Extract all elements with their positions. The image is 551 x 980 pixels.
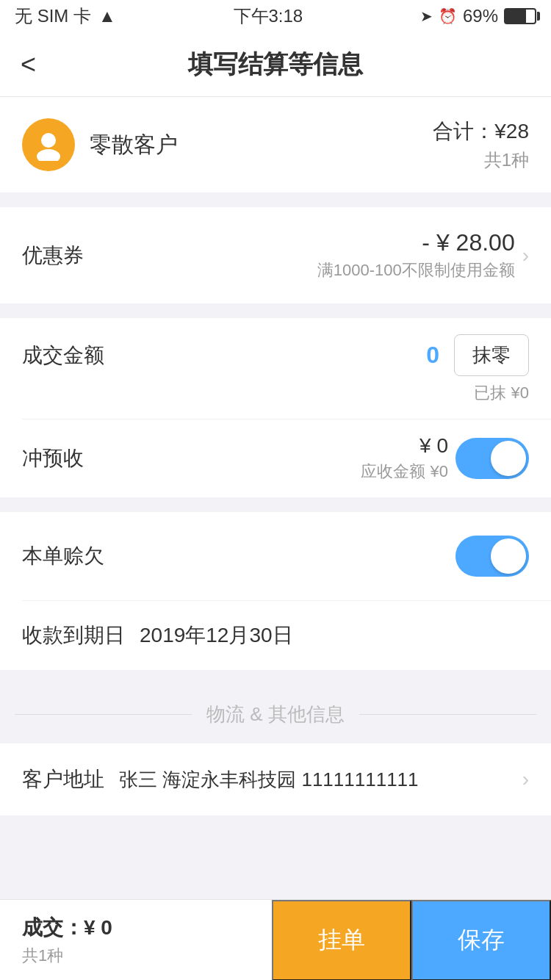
page-title: 填写结算等信息 (188, 48, 363, 82)
coupon-right: - ¥ 28.00 满1000-100不限制使用金额 › (317, 229, 529, 281)
customer-section: 零散客户 合计：¥28 共1种 (0, 97, 551, 192)
battery-icon (504, 8, 536, 24)
address-label: 客户地址 (22, 765, 104, 793)
customer-name: 零散客户 (90, 130, 178, 160)
precollect-row: 冲预收 ¥ 0 应收金额 ¥0 (0, 419, 551, 497)
customer-row: 零散客户 合计：¥28 共1种 (0, 97, 551, 192)
status-bar: 无 SIM 卡 ▲ 下午3:18 ➤ ⏰ 69% (0, 0, 551, 32)
bottom-transaction: 成交：¥ 0 (22, 914, 250, 942)
debt-label: 本单赊欠 (22, 542, 104, 570)
address-chevron-icon: › (522, 768, 529, 791)
logistics-line-left (15, 714, 192, 715)
address-row[interactable]: 客户地址 张三 海淀永丰科技园 11111111111 › (0, 743, 551, 815)
round-button[interactable]: 抹零 (454, 334, 529, 376)
already-rounded-text: 已抹 ¥0 (0, 382, 551, 419)
bottom-bar: 成交：¥ 0 共1种 挂单 保存 (0, 899, 551, 980)
wifi-icon: ▲ (98, 6, 116, 26)
battery-text: 69% (463, 6, 498, 26)
carrier-text: 无 SIM 卡 (15, 4, 91, 28)
precollect-right: ¥ 0 应收金额 ¥0 (361, 434, 529, 483)
bottom-count: 共1种 (22, 945, 250, 967)
customer-totals: 合计：¥28 共1种 (433, 118, 529, 172)
status-time: 下午3:18 (234, 4, 303, 28)
bottom-transaction-label: 成交： (22, 916, 84, 939)
transaction-section: 成交金额 0 抹零 已抹 ¥0 冲预收 ¥ 0 应收金额 ¥0 (0, 318, 551, 497)
coupon-section[interactable]: 优惠券 - ¥ 28.00 满1000-100不限制使用金额 › (0, 207, 551, 303)
coupon-info: - ¥ 28.00 满1000-100不限制使用金额 (317, 229, 515, 281)
debt-section: 本单赊欠 收款到期日 2019年12月30日 (0, 512, 551, 670)
pending-button[interactable]: 挂单 (272, 900, 411, 981)
address-value: 张三 海淀永丰科技园 11111111111 (119, 767, 508, 793)
svg-point-0 (41, 133, 56, 148)
save-button[interactable]: 保存 (411, 900, 551, 981)
chevron-right-icon: › (522, 244, 529, 267)
status-left: 无 SIM 卡 ▲ (15, 4, 116, 28)
debt-toggle[interactable] (455, 536, 529, 577)
coupon-row[interactable]: 优惠券 - ¥ 28.00 满1000-100不限制使用金额 › (0, 207, 551, 303)
total-amount: 合计：¥28 (433, 118, 529, 145)
total-count: 共1种 (433, 148, 529, 172)
coupon-amount: - ¥ 28.00 (317, 229, 515, 256)
status-right: ➤ ⏰ 69% (420, 6, 536, 26)
nav-bar: < 填写结算等信息 (0, 32, 551, 97)
debt-row: 本单赊欠 (0, 512, 551, 600)
due-date-value: 2019年12月30日 (140, 621, 293, 649)
precollect-label: 冲预收 (22, 444, 84, 472)
precollect-amount: ¥ 0 (361, 434, 448, 458)
coupon-label: 优惠券 (22, 242, 84, 270)
logistics-line-right (359, 714, 536, 715)
person-icon (32, 129, 65, 161)
transaction-value: 0 (426, 342, 439, 369)
transaction-right: 0 抹零 (426, 334, 529, 376)
logistics-divider: 物流 & 其他信息 (0, 685, 551, 743)
svg-point-1 (37, 149, 60, 161)
bottom-transaction-value: ¥ 0 (84, 916, 112, 939)
debt-toggle-knob (491, 538, 526, 574)
precollect-info: ¥ 0 应收金额 ¥0 (361, 434, 448, 483)
bottom-info: 成交：¥ 0 共1种 (0, 914, 272, 967)
toggle-knob (491, 441, 526, 476)
due-date-row: 收款到期日 2019年12月30日 (0, 601, 551, 670)
content: 零散客户 合计：¥28 共1种 优惠券 - ¥ 28.00 满1000-100不… (0, 97, 551, 918)
location-icon: ➤ (420, 7, 433, 25)
alarm-icon: ⏰ (439, 7, 457, 25)
precollect-sub: 应收金额 ¥0 (361, 461, 448, 483)
logistics-title: 物流 & 其他信息 (206, 702, 345, 727)
precollect-toggle[interactable] (455, 438, 529, 479)
customer-left: 零散客户 (22, 118, 178, 171)
coupon-desc: 满1000-100不限制使用金额 (317, 259, 515, 281)
transaction-label: 成交金额 (22, 342, 104, 370)
due-date-label: 收款到期日 (22, 621, 125, 649)
avatar (22, 118, 75, 171)
back-button[interactable]: < (21, 49, 36, 80)
transaction-amount-row: 成交金额 0 抹零 (0, 318, 551, 382)
